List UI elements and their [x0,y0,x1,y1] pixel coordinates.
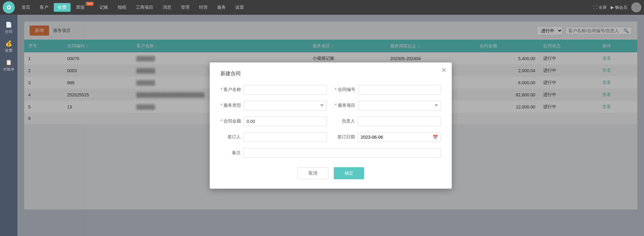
nav-ticket[interactable]: 票据 new [72,3,94,12]
nav-manage[interactable]: 管理 [177,3,194,12]
service-item-label: 服务项目 [335,102,355,108]
form-row-4: 签订人 签订日期 📅 [220,132,441,142]
nav-service[interactable]: 服务 [213,3,230,12]
dialog-footer: 取消 确定 [220,167,441,179]
nav-right: ⛶ 全屏 ▶ 畅会员 [593,2,641,12]
client-name-label: 客户名称 [220,87,241,93]
nav-items: 首页 客户 收费 票据 new 记账 报税 工商项目 消息 管理 经营 服务 设… [17,3,593,12]
dialog-title: 新建合同 [220,70,441,77]
amount-input[interactable] [244,116,327,126]
responsible-input[interactable] [358,116,441,126]
nav-operation[interactable]: 经营 [195,3,212,12]
avatar[interactable] [631,2,641,12]
logo[interactable]: ✿ [3,1,15,13]
new-badge: new [86,2,93,6]
remark-input[interactable] [243,148,441,158]
responsible-field: 负责人 [335,116,441,126]
nav-fee[interactable]: 收费 [54,3,71,12]
nav-business[interactable]: 工商项目 [132,3,157,12]
nav-home[interactable]: 首页 [17,3,34,12]
top-nav: ✿ 首页 客户 收费 票据 new 记账 报税 工商项目 消息 管理 经营 服务… [0,0,644,15]
play-icon: ▶ [611,5,614,10]
membership-button[interactable]: ▶ 畅会员 [611,5,627,10]
dialog-overlay: ✕ 新建合同 客户名称 合同编号 服务类型 服务项目 [17,15,644,236]
nav-tax[interactable]: 报税 [114,3,130,12]
client-name-field: 客户名称 [220,85,327,95]
sidebar-item-contract[interactable]: 📄 合同 [0,18,17,37]
signer-label: 签订人 [220,134,241,140]
signer-input[interactable] [243,132,327,142]
confirm-button[interactable]: 确定 [334,167,364,179]
contract-icon: 📄 [5,21,12,28]
service-item-field: 服务项目 [335,101,441,110]
nav-bookkeeping[interactable]: 记账 [95,3,112,12]
calendar-icon[interactable]: 📅 [433,135,438,140]
sign-date-field: 签订日期 📅 [335,132,441,142]
form-row-3: 合同金额 负责人 [220,116,441,126]
sign-date-label: 签订日期 [335,134,355,140]
fullscreen-button[interactable]: ⛶ 全屏 [593,5,607,10]
form-row-1: 客户名称 合同编号 [220,85,441,95]
amount-label: 合同金额 [220,118,241,124]
sign-date-input[interactable] [361,135,431,140]
sidebar-item-fee[interactable]: 💰 收费 [0,37,17,56]
statement-icon: 📋 [5,58,12,66]
form-row-5: 备注 [220,148,441,158]
form-row-2: 服务类型 服务项目 [220,101,441,110]
sidebar: 📄 合同 💰 收费 📋 对账单 [0,15,17,236]
sidebar-item-statement[interactable]: 📋 对账单 [0,56,17,75]
fullscreen-icon: ⛶ [593,5,597,10]
cancel-button[interactable]: 取消 [297,167,328,179]
responsible-label: 负责人 [335,118,355,124]
fee-icon: 💰 [5,40,12,47]
contract-no-label: 合同编号 [335,87,355,93]
service-type-field: 服务类型 [220,101,327,110]
remark-field: 备注 [220,148,441,158]
nav-settings[interactable]: 设置 [231,3,248,12]
nav-client[interactable]: 客户 [36,3,52,12]
signer-field: 签订人 [220,132,327,142]
new-contract-dialog: ✕ 新建合同 客户名称 合同编号 服务类型 服务项目 [210,62,452,189]
service-type-label: 服务类型 [220,102,241,108]
remark-label: 备注 [220,150,241,156]
service-type-select[interactable] [244,101,327,110]
client-name-input[interactable] [244,85,327,95]
contract-no-field: 合同编号 [335,85,441,95]
amount-field: 合同金额 [220,116,327,126]
service-item-select[interactable] [358,101,441,110]
contract-no-input[interactable] [358,85,441,95]
sign-date-wrapper: 📅 [358,132,441,142]
nav-message[interactable]: 消息 [159,3,175,12]
close-button[interactable]: ✕ [441,66,446,74]
